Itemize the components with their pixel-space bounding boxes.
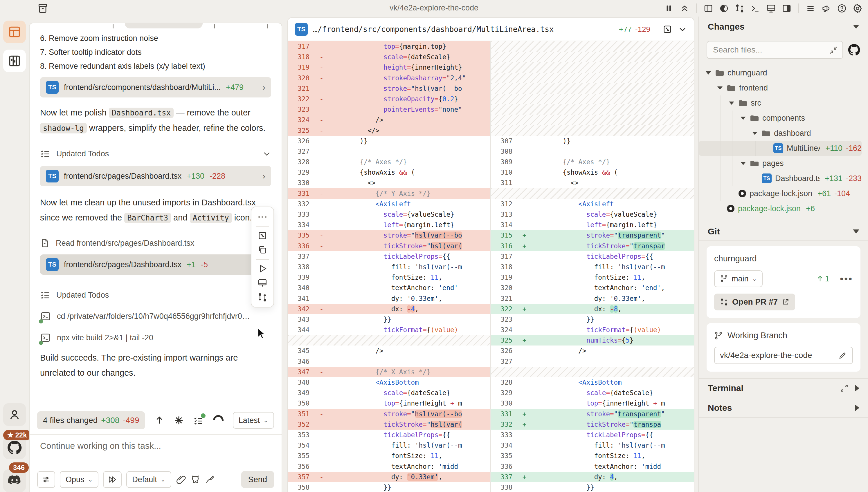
attach-icon[interactable] [176,474,186,485]
discord-button[interactable]: 346 [3,469,26,492]
tree-file-MultiLineArea.tsx[interactable]: TSMultiLineArea.tsx+110-162 [699,141,862,156]
green-status-dot [201,413,206,418]
diff-row: 318- scale={dateScale} [288,52,694,62]
diff-row: 347- {/* X Axis */} [288,367,694,377]
git-compare-icon[interactable] [254,290,271,304]
tree-folder-dashboard[interactable]: dashboard [699,126,862,141]
files-changed-chip[interactable]: 4 files changed +308 -499 [37,411,145,429]
tree-folder-churnguard[interactable]: churnguard [699,65,862,80]
spark-icon[interactable] [173,415,184,425]
branch-dropdown[interactable]: main ⌄ [714,270,763,287]
github-button[interactable]: ★22k [3,436,26,459]
megaphone-icon[interactable] [820,3,832,14]
preview-icon[interactable] [254,276,271,290]
checklist-icon [40,149,50,159]
skip-forward-button[interactable] [103,471,122,488]
chat-panel: 6. Remove zoom instruction noise 7. Soft… [29,23,282,492]
tree-file-Dashboard.tsx[interactable]: TSDashboard.tsx+131-233 [699,171,862,186]
screen-icon[interactable] [765,3,777,14]
mouse-cursor [256,327,268,339]
read-file-row[interactable]: Read frontend/src/pages/Dashboard.tsx [40,238,271,248]
github-cat-icon[interactable] [848,44,861,56]
board-view-button[interactable] [3,50,26,72]
tree-file-package-lock.json[interactable]: package-lock.json+6 [699,201,862,216]
help-icon[interactable] [836,3,848,14]
todos-status-icon[interactable] [193,415,204,425]
panel-right-icon[interactable] [781,3,793,14]
file-diff-chip-multilinearea[interactable]: TS frontend/src/components/dashboard/Mul… [40,77,271,97]
mode-dropdown[interactable]: Default⌄ [126,471,171,488]
chat-bubble-icon[interactable] [718,3,730,14]
chevron-down-icon[interactable] [262,149,271,158]
diff-line-new: 325+ numTicks={5} [491,335,694,345]
updated-todos-row[interactable]: Updated Todos [40,149,271,159]
tree-item-label: frontend [739,83,768,93]
diff-row: 339 fontSize: 11,319 fontSize: 11, [288,272,694,282]
diff-line-new: 307 )} [491,136,694,146]
diff-line-new: 323 }} [491,314,694,325]
tree-folder-components[interactable]: components [699,110,862,126]
settings-gear-icon[interactable] [852,3,863,14]
more-options-icon[interactable] [254,210,271,224]
chevrons-up-icon[interactable] [679,3,690,14]
diff-row: 334 left={margin.left}314 left={margin.l… [288,220,694,230]
panel-left-icon[interactable] [703,3,714,14]
file-diff-chip-dashboard-2[interactable]: TS frontend/src/pages/Dashboard.tsx +1 -… [40,254,271,275]
status-dot [39,341,43,345]
collapse-tree-icon[interactable] [828,45,838,55]
diff-row: 326 )}307 )} [288,136,694,146]
chevron-down-icon [853,25,859,29]
terminal-icon[interactable] [750,3,761,14]
composer-settings-button[interactable] [37,471,55,488]
hover-toolbar [251,206,274,308]
terminal-command-row[interactable]: cd /private/var/folders/10/h7w0q46556ggr… [40,311,271,322]
open-pr-button[interactable]: Open PR #7 [714,294,795,311]
more-options-icon[interactable]: ••• [840,273,853,285]
diff-line-new: 322+ dx: -8, [491,304,694,314]
search-files-input[interactable]: Search files... [707,41,843,59]
git-branch-icon [720,275,728,283]
changes-section-header[interactable]: Changes [699,17,868,36]
tree-folder-frontend[interactable]: frontend [699,80,862,95]
latest-dropdown[interactable]: Latest⌄ [233,412,274,429]
terminal-command-row[interactable]: npx vite build 2>&1 | tail -20 [40,332,271,343]
send-button[interactable]: Send [241,471,274,488]
file-diff-chip-dashboard-1[interactable]: TS frontend/src/pages/Dashboard.tsx +130… [40,166,271,186]
copy-icon[interactable] [254,243,271,257]
chevron-down-icon [752,132,757,135]
inline-code: shadow-lg [40,123,87,133]
chevron-right-icon: › [262,82,265,92]
updated-todos-row[interactable]: Updated Todos [40,290,271,300]
chevron-down-icon[interactable] [678,25,687,34]
composer-input[interactable]: Continue working on this task... [40,441,161,451]
diff-row: 328 {/* Axes */}309 {/* Axes */} [288,157,694,167]
model-dropdown[interactable]: Opus⌄ [60,471,98,488]
pause-icon[interactable] [663,3,675,14]
tree-folder-src[interactable]: src [699,95,862,110]
layout-panel-button[interactable] [3,21,26,43]
view-diff-icon[interactable] [254,229,271,243]
chat-scroll-area[interactable]: 6. Remove zoom instruction noise 7. Soft… [30,23,282,409]
menu-icon[interactable] [805,3,816,14]
account-button[interactable] [3,403,26,426]
diff-file-header[interactable]: TS …/frontend/src/components/dashboard/M… [288,18,694,41]
edit-pencil-icon[interactable] [838,351,847,360]
expand-icon[interactable] [840,384,849,393]
top-bar: vk/4e2a-explore-the-code [0,0,868,17]
view-diff-icon[interactable] [662,24,672,34]
diff-row: 355 fontSize: 11,335 fontSize: 11, [288,450,694,461]
diff-line-old: 318- scale={dateScale} [288,52,491,62]
tree-file-package-lock.json[interactable]: package-lock.json+61-104 [699,186,862,201]
notes-section-header[interactable]: Notes [699,398,868,417]
working-branch-input[interactable]: vk/4e2a-explore-the-code [714,347,853,364]
github-cat-icon[interactable] [190,474,200,485]
scroll-up-icon[interactable] [155,415,164,425]
commits-ahead[interactable]: 1 [816,274,830,284]
git-compare-icon[interactable] [734,3,746,14]
diff-line-old: 323- pointerEvents="none" [288,104,491,115]
terminal-section-header[interactable]: Terminal [699,378,868,398]
run-icon[interactable] [254,262,271,276]
tree-folder-pages[interactable]: pages [699,156,862,171]
git-section-header[interactable]: Git [699,221,868,241]
pen-icon[interactable] [205,474,215,485]
